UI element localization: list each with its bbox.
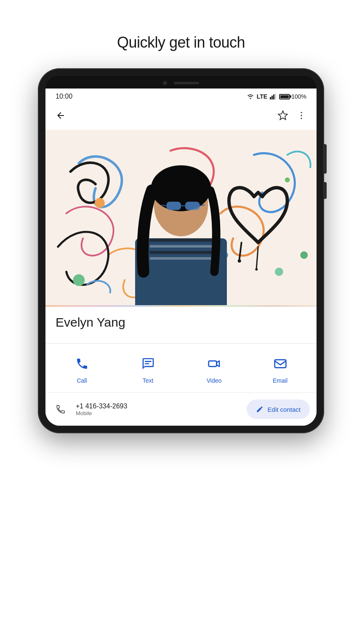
edit-contact-button[interactable]: Edit contact [247, 400, 310, 419]
svg-point-6 [301, 118, 302, 119]
phone-number-icon [52, 401, 69, 418]
svg-rect-2 [273, 94, 274, 99]
action-buttons-row: Call Text [45, 347, 317, 392]
back-arrow-icon [56, 110, 66, 121]
speaker-grille [174, 82, 199, 84]
email-label: Email [273, 377, 287, 384]
video-icon [204, 354, 224, 374]
wifi-icon [247, 94, 254, 99]
svg-rect-26 [166, 201, 181, 210]
svg-rect-3 [275, 94, 276, 99]
svg-point-12 [285, 177, 290, 182]
contact-photo [45, 130, 317, 307]
svg-rect-1 [272, 96, 273, 99]
svg-point-5 [301, 115, 302, 116]
battery-icon [279, 94, 290, 99]
video-label: Video [207, 377, 222, 384]
svg-rect-31 [145, 361, 152, 362]
video-button[interactable]: Video [181, 354, 247, 384]
app-bar [45, 103, 317, 130]
status-icons: LTE 100% [247, 93, 306, 100]
phone-number: +1 416-334-2693 [76, 402, 240, 410]
status-time: 10:00 [56, 93, 72, 100]
signal-icon [270, 94, 277, 99]
battery-container: 100% [279, 93, 306, 100]
camera-dot [163, 81, 167, 85]
svg-rect-21 [150, 245, 213, 247]
more-options-button[interactable] [293, 107, 310, 124]
phone-outer-frame: 10:00 LTE [38, 68, 324, 433]
svg-point-8 [95, 198, 105, 208]
phone-number-row: +1 416-334-2693 Mobile Edit contact [45, 392, 317, 426]
svg-point-17 [255, 268, 258, 271]
svg-rect-0 [270, 97, 271, 99]
phone-device: 10:00 LTE [38, 68, 324, 433]
svg-point-4 [301, 112, 302, 113]
svg-rect-27 [185, 201, 200, 210]
svg-point-25 [151, 165, 211, 211]
phone-detail: +1 416-334-2693 Mobile [76, 402, 240, 416]
call-icon [72, 354, 92, 374]
email-button[interactable]: Email [247, 354, 313, 384]
svg-rect-23 [150, 257, 213, 260]
svg-point-11 [275, 268, 283, 276]
svg-point-16 [238, 259, 241, 263]
call-button[interactable]: Call [49, 354, 115, 384]
svg-point-10 [73, 274, 85, 286]
favorite-button[interactable] [274, 107, 291, 124]
edit-contact-label: Edit contact [268, 406, 301, 413]
lte-label: LTE [257, 93, 267, 100]
divider [45, 343, 317, 343]
text-label: Text [143, 377, 154, 384]
text-icon [138, 354, 158, 374]
svg-rect-20 [150, 239, 213, 242]
email-icon [270, 354, 290, 374]
svg-rect-32 [145, 363, 149, 365]
battery-percent: 100% [291, 93, 306, 100]
svg-rect-33 [208, 361, 216, 366]
contact-info: Evelyn Yang [45, 307, 317, 343]
edit-icon [256, 405, 264, 413]
phone-type: Mobile [76, 410, 240, 416]
page-title: Quickly get in touch [117, 34, 245, 51]
more-vert-icon [296, 110, 306, 121]
call-label: Call [77, 377, 87, 384]
svg-rect-22 [150, 251, 213, 254]
svg-rect-34 [274, 360, 286, 368]
phone-notch [45, 76, 317, 89]
app-bar-actions [274, 107, 310, 124]
status-bar: 10:00 LTE [45, 89, 317, 103]
battery-fill [280, 95, 289, 98]
back-button[interactable] [52, 107, 69, 124]
star-icon [277, 110, 288, 121]
text-button[interactable]: Text [115, 354, 181, 384]
phone-screen: 10:00 LTE [45, 89, 317, 426]
svg-point-13 [300, 251, 308, 259]
graffiti-background [45, 130, 317, 305]
contact-name: Evelyn Yang [56, 315, 306, 330]
